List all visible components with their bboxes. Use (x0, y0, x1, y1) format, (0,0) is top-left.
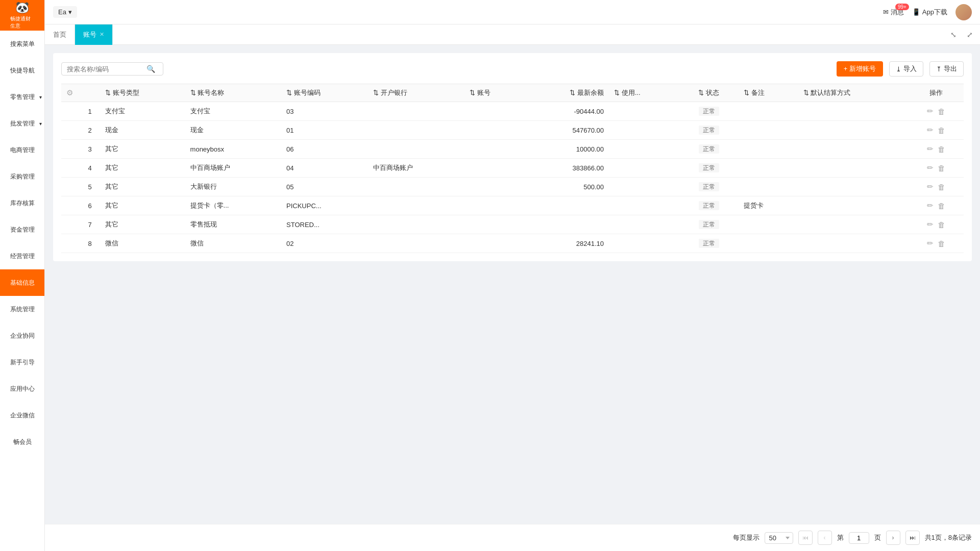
first-page-button[interactable]: ⏮ (798, 531, 813, 545)
col-use-header[interactable]: ⇅ 使用... (609, 84, 679, 102)
sidebar-item-operation[interactable]: 经营管理 (0, 243, 45, 269)
tab-close-icon[interactable]: ✕ (100, 31, 104, 38)
row-name-4: 大新银行 (185, 178, 281, 196)
next-page-button[interactable]: › (886, 531, 900, 545)
sidebar-item-shortcut[interactable]: 快捷导航 (0, 57, 45, 84)
table-row: 8 微信 微信 02 28241.10 正常 ✏ 🗑 (61, 234, 964, 253)
message-icon: ✉ (883, 8, 889, 16)
sidebar-item-ecom[interactable]: 电商管理 (0, 137, 45, 163)
tab-home[interactable]: 首页 (45, 24, 75, 45)
row-settings-2 (61, 140, 80, 159)
sidebar-item-search[interactable]: 搜索菜单 (0, 31, 45, 57)
row-account-5 (464, 196, 524, 215)
row-account-0 (464, 102, 524, 121)
row-note-5: 提货卡 (739, 196, 798, 215)
col-code-header[interactable]: ⇅ 账号编码 (281, 84, 368, 102)
per-page-select[interactable]: 50 20 100 (765, 532, 793, 544)
row-settings-3 (61, 159, 80, 178)
col-type-header[interactable]: ⇅ 账号类型 (100, 84, 185, 102)
settings-icon[interactable]: ⚙ (66, 88, 73, 97)
import-label: 导入 (903, 64, 917, 73)
sidebar-item-weixin[interactable]: 企业微信 (0, 402, 45, 429)
sidebar-item-member[interactable]: 畅会员 (0, 429, 45, 455)
row-settlement-4 (798, 178, 909, 196)
delete-button-3[interactable]: 🗑 (938, 164, 945, 172)
col-balance-header[interactable]: ⇅ 最新余额 (524, 84, 609, 102)
search-input[interactable] (67, 65, 143, 73)
table-row: 3 其它 moneybosx 06 10000.00 正常 ✏ 🗑 (61, 140, 964, 159)
row-action-0: ✏ 🗑 (909, 102, 964, 121)
sidebar: 🐼 畅捷通财生意 搜索菜单 快捷导航 零售管理 ▾ 批发管理 ▾ 电商管理 采购… (0, 0, 45, 551)
last-page-button[interactable]: ⏭ (905, 531, 920, 545)
row-note-3 (739, 159, 798, 178)
row-type-3: 其它 (100, 159, 185, 178)
col-account-header[interactable]: ⇅ 账号 (464, 84, 524, 102)
row-code-1: 01 (281, 121, 368, 140)
sidebar-item-retail[interactable]: 零售管理 ▾ (0, 84, 45, 110)
edit-button-1[interactable]: ✏ (927, 126, 934, 135)
toolbar: 🔍 + 新增账号 ⤓ 导入 ⤒ 导出 (61, 61, 964, 77)
delete-button-5[interactable]: 🗑 (938, 202, 945, 210)
col-use-label: ⇅ 使用... (614, 89, 640, 96)
tab-minimize-button[interactable]: ⤡ (947, 29, 960, 41)
row-type-1: 现金 (100, 121, 185, 140)
sidebar-item-appcenter[interactable]: 应用中心 (0, 375, 45, 402)
row-note-7 (739, 234, 798, 253)
app-download-button[interactable]: 📱 App下载 (912, 8, 947, 17)
edit-button-6[interactable]: ✏ (927, 220, 934, 229)
col-note-header[interactable]: ⇅ 备注 (739, 84, 798, 102)
avatar[interactable] (955, 4, 972, 20)
row-balance-4: 500.00 (524, 178, 609, 196)
export-button[interactable]: ⤒ 导出 (929, 61, 964, 77)
row-code-7: 02 (281, 234, 368, 253)
row-code-2: 06 (281, 140, 368, 159)
row-note-2 (739, 140, 798, 159)
add-account-button[interactable]: + 新增账号 (837, 61, 883, 77)
store-dropdown[interactable]: Ea ▾ (53, 6, 77, 18)
row-num-1: 2 (80, 121, 100, 140)
messages-button[interactable]: ✉ 消息 99+ (883, 8, 904, 17)
sidebar-item-agreement[interactable]: 企业协同 (0, 322, 45, 349)
page-input[interactable] (849, 532, 869, 544)
import-button[interactable]: ⤓ 导入 (889, 61, 923, 77)
delete-button-0[interactable]: 🗑 (938, 107, 945, 116)
delete-button-4[interactable]: 🗑 (938, 183, 945, 191)
sidebar-item-basic[interactable]: 基础信息 (0, 269, 45, 296)
col-status-header[interactable]: ⇅ 状态 (679, 84, 739, 102)
sidebar-item-wholesale[interactable]: 批发管理 ▾ (0, 110, 45, 137)
edit-button-5[interactable]: ✏ (927, 201, 934, 210)
row-action-3: ✏ 🗑 (909, 159, 964, 178)
edit-button-4[interactable]: ✏ (927, 182, 934, 191)
row-name-0: 支付宝 (185, 102, 281, 121)
delete-button-6[interactable]: 🗑 (938, 220, 945, 229)
row-name-5: 提货卡（零... (185, 196, 281, 215)
toolbar-right: + 新增账号 ⤓ 导入 ⤒ 导出 (837, 61, 964, 77)
search-icon[interactable]: 🔍 (146, 65, 155, 73)
tab-account[interactable]: 账号 ✕ (75, 24, 113, 45)
row-status-2: 正常 (679, 140, 739, 159)
row-balance-3: 383866.00 (524, 159, 609, 178)
sidebar-item-guide[interactable]: 新手引导 (0, 349, 45, 375)
sidebar-item-system[interactable]: 系统管理 (0, 296, 45, 322)
prev-page-button[interactable]: ‹ (818, 531, 832, 545)
delete-button-7[interactable]: 🗑 (938, 239, 945, 248)
row-use-6 (609, 215, 679, 234)
edit-button-2[interactable]: ✏ (927, 144, 934, 154)
header-right: ✉ 消息 99+ 📱 App下载 (883, 4, 972, 20)
edit-button-0[interactable]: ✏ (927, 107, 934, 116)
search-box[interactable]: 🔍 (61, 62, 163, 76)
col-name-header[interactable]: ⇅ 账号名称 (185, 84, 281, 102)
sidebar-item-finance[interactable]: 资金管理 (0, 216, 45, 243)
row-bank-4 (368, 178, 464, 196)
edit-button-7[interactable]: ✏ (927, 239, 934, 248)
col-bank-header[interactable]: ⇅ 开户银行 (368, 84, 464, 102)
row-code-0: 03 (281, 102, 368, 121)
col-settlement-header[interactable]: ⇅ 默认结算方式 (798, 84, 909, 102)
delete-button-2[interactable]: 🗑 (938, 145, 945, 154)
sidebar-item-purchase[interactable]: 采购管理 (0, 163, 45, 190)
edit-button-3[interactable]: ✏ (927, 163, 934, 172)
sidebar-item-inventory[interactable]: 库存核算 (0, 190, 45, 216)
delete-button-1[interactable]: 🗑 (938, 126, 945, 135)
col-action-header: 操作 (909, 84, 964, 102)
tab-expand-button[interactable]: ⤢ (964, 29, 976, 41)
